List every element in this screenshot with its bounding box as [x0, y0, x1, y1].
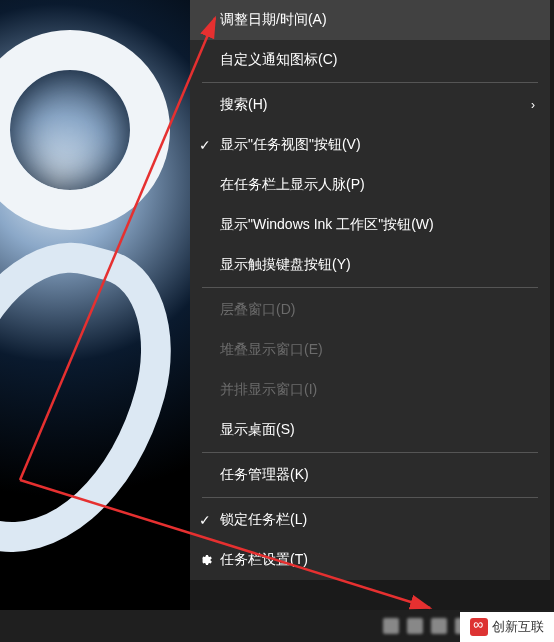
menu-item-label: 显示桌面(S) — [220, 421, 295, 439]
menu-item-label: 层叠窗口(D) — [220, 301, 295, 319]
menu-show-taskview[interactable]: ✓ 显示"任务视图"按钮(V) — [190, 125, 550, 165]
taskbar-context-menu: 调整日期/时间(A) 自定义通知图标(C) 搜索(H) › ✓ 显示"任务视图"… — [190, 0, 550, 580]
gear-icon — [195, 552, 215, 568]
chevron-right-icon: › — [531, 98, 535, 112]
menu-item-label: 调整日期/时间(A) — [220, 11, 327, 29]
menu-lock-taskbar[interactable]: ✓ 锁定任务栏(L) — [190, 500, 550, 540]
menu-item-label: 任务管理器(K) — [220, 466, 309, 484]
check-icon: ✓ — [195, 137, 215, 153]
menu-item-label: 堆叠显示窗口(E) — [220, 341, 323, 359]
menu-item-label: 显示"任务视图"按钮(V) — [220, 136, 361, 154]
menu-item-label: 锁定任务栏(L) — [220, 511, 307, 529]
menu-item-label: 显示触摸键盘按钮(Y) — [220, 256, 351, 274]
menu-separator — [202, 452, 538, 453]
tray-icon[interactable] — [383, 618, 399, 634]
menu-cascade-windows: 层叠窗口(D) — [190, 290, 550, 330]
menu-item-label: 显示"Windows Ink 工作区"按钮(W) — [220, 216, 434, 234]
watermark: 创新互联 — [460, 612, 554, 642]
menu-item-label: 搜索(H) — [220, 96, 267, 114]
watermark-text: 创新互联 — [492, 618, 544, 636]
menu-search[interactable]: 搜索(H) › — [190, 85, 550, 125]
menu-item-label: 任务栏设置(T) — [220, 551, 308, 569]
menu-show-windows-ink[interactable]: 显示"Windows Ink 工作区"按钮(W) — [190, 205, 550, 245]
menu-show-touch-keyboard[interactable]: 显示触摸键盘按钮(Y) — [190, 245, 550, 285]
menu-item-label: 在任务栏上显示人脉(P) — [220, 176, 365, 194]
menu-adjust-datetime[interactable]: 调整日期/时间(A) — [190, 0, 550, 40]
menu-sidebyside-windows: 并排显示窗口(I) — [190, 370, 550, 410]
tray-icon[interactable] — [407, 618, 423, 634]
menu-separator — [202, 497, 538, 498]
check-icon: ✓ — [195, 512, 215, 528]
menu-show-desktop[interactable]: 显示桌面(S) — [190, 410, 550, 450]
desktop-wallpaper — [0, 0, 190, 610]
menu-separator — [202, 82, 538, 83]
tray-icon[interactable] — [431, 618, 447, 634]
menu-item-label: 并排显示窗口(I) — [220, 381, 317, 399]
menu-customize-notification[interactable]: 自定义通知图标(C) — [190, 40, 550, 80]
menu-show-people[interactable]: 在任务栏上显示人脉(P) — [190, 165, 550, 205]
watermark-logo-icon — [470, 618, 488, 636]
menu-stack-windows: 堆叠显示窗口(E) — [190, 330, 550, 370]
menu-task-manager[interactable]: 任务管理器(K) — [190, 455, 550, 495]
menu-item-label: 自定义通知图标(C) — [220, 51, 337, 69]
menu-taskbar-settings[interactable]: 任务栏设置(T) — [190, 540, 550, 580]
menu-separator — [202, 287, 538, 288]
